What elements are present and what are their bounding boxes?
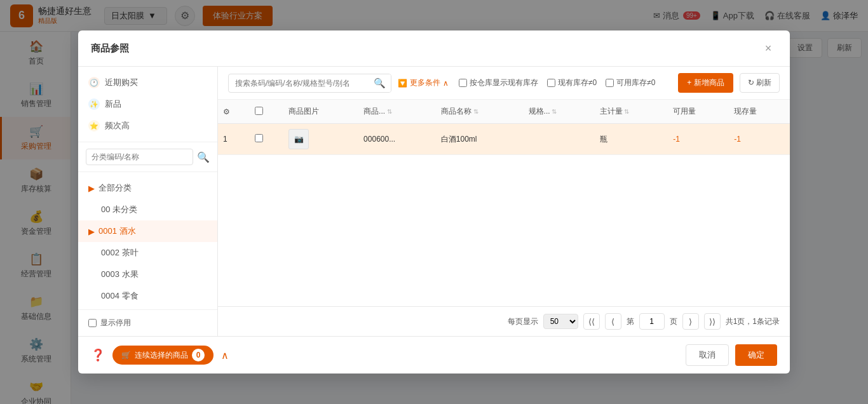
show-disabled-checkbox[interactable] — [88, 319, 97, 327]
category-label-fruit: 0003 水果 — [101, 269, 139, 280]
collapse-up-icon[interactable]: ∧ — [221, 349, 229, 361]
nonzero-stock-checkbox[interactable] — [547, 79, 555, 87]
available-nonzero-label: 可用库存≠0 — [616, 77, 655, 88]
category-unclassified[interactable]: 00 未分类 — [78, 199, 217, 220]
per-page-select[interactable]: 50 10 20 100 — [543, 314, 578, 329]
new-icon: ✨ — [88, 98, 100, 110]
row-image-cell: 📷 — [283, 124, 358, 155]
left-panel: 🕐 近期购买 ✨ 新品 ⭐ 频次高 🔍 ▶ — [78, 67, 218, 336]
row-index: 1 — [218, 124, 250, 155]
per-page-label: 每页显示 — [508, 316, 538, 327]
product-table: ⚙ 商品图片 商品... 商品名称 规格... 主计量 可用量 现存量 — [218, 100, 790, 155]
page-total: 共1页，1条记录 — [726, 316, 780, 327]
row-spec — [524, 124, 595, 155]
product-search-wrap: 🔍 — [228, 74, 391, 93]
prev-page-btn[interactable]: ⟨ — [605, 313, 621, 330]
category-label-tea: 0002 茶叶 — [101, 247, 139, 259]
modal-body: 🕐 近期购买 ✨ 新品 ⭐ 频次高 🔍 ▶ — [78, 67, 790, 336]
cart-icon: 🛒 — [121, 351, 131, 360]
col-unit[interactable]: 主计量 — [595, 100, 668, 124]
modal-title: 商品参照 — [91, 43, 129, 55]
cart-count: 0 — [192, 349, 205, 361]
nonzero-stock-checkbox-label[interactable]: 现有库存≠0 — [547, 77, 597, 88]
product-thumbnail: 📷 — [288, 129, 309, 149]
help-icon[interactable]: ❓ — [91, 348, 105, 362]
show-disabled-area: 显示停用 — [78, 309, 217, 336]
add-product-button[interactable]: + 新增商品 — [678, 73, 733, 93]
recent-icon: 🕐 — [88, 77, 100, 88]
footer-left: ❓ 🛒 连续选择的商品 0 ∧ — [91, 346, 229, 365]
warehouse-stock-checkbox[interactable] — [459, 79, 467, 87]
category-search-icon[interactable]: 🔍 — [197, 151, 210, 163]
row-checkbox-cell — [250, 124, 283, 155]
category-arrow-liquor: ▶ — [88, 227, 95, 236]
row-checkbox[interactable] — [255, 134, 263, 142]
cart-label: 连续选择的商品 — [135, 350, 188, 361]
right-panel: 🔍 🔽 更多条件 ∧ 按仓库显示现有库存 现有库存≠0 — [218, 67, 790, 336]
category-snack[interactable]: 0004 零食 — [78, 285, 217, 307]
pagination: 每页显示 50 10 20 100 ⟨⟨ ⟨ 第 页 ⟩ ⟩⟩ 共1页，1条记录 — [218, 306, 790, 336]
next-page-btn[interactable]: ⟩ — [682, 313, 699, 330]
category-search-area: 🔍 — [78, 142, 217, 172]
warehouse-stock-label: 按仓库显示现有库存 — [470, 77, 538, 88]
col-image: 商品图片 — [283, 100, 358, 124]
row-stock: -1 — [729, 124, 790, 155]
category-label-uncls: 00 未分类 — [101, 204, 137, 215]
quick-new-label: 新品 — [105, 98, 121, 110]
product-search-btn[interactable]: 🔍 — [369, 74, 391, 92]
select-all-checkbox[interactable] — [255, 107, 263, 115]
filter-label: 更多条件 — [410, 77, 440, 88]
first-page-btn[interactable]: ⟨⟨ — [583, 313, 600, 330]
table-row[interactable]: 1 📷 000600... 白酒100ml 瓶 -1 — [218, 124, 790, 155]
quick-recent-label: 近期购买 — [105, 77, 138, 88]
nonzero-stock-label: 现有库存≠0 — [558, 77, 597, 88]
modal-footer: ❓ 🛒 连续选择的商品 0 ∧ 取消 确定 — [78, 336, 790, 374]
category-fruit[interactable]: 0003 水果 — [78, 264, 217, 285]
category-all[interactable]: ▶ 全部分类 — [78, 177, 217, 199]
col-spec[interactable]: 规格... — [524, 100, 595, 124]
filter-arrow-icon: ∧ — [443, 79, 449, 88]
product-toolbar: 🔍 🔽 更多条件 ∧ 按仓库显示现有库存 现有库存≠0 — [218, 67, 790, 100]
quick-frequent-label: 频次高 — [105, 120, 130, 131]
category-label-liquor: 0001 酒水 — [98, 226, 136, 237]
page-input[interactable] — [639, 313, 665, 330]
col-settings[interactable]: ⚙ — [218, 100, 250, 124]
cart-button[interactable]: 🛒 连续选择的商品 0 — [112, 346, 214, 365]
product-search-input[interactable] — [229, 76, 369, 91]
show-disabled-label: 显示停用 — [100, 318, 131, 328]
modal-header: 商品参照 × — [78, 30, 790, 67]
confirm-button[interactable]: 确定 — [735, 344, 777, 366]
available-nonzero-checkbox[interactable] — [606, 79, 614, 87]
row-name: 白酒100ml — [436, 124, 524, 155]
filter-icon: 🔽 — [398, 79, 407, 88]
page-label: 第 — [627, 316, 634, 327]
footer-right: 取消 确定 — [686, 344, 777, 366]
row-unit: 瓶 — [595, 124, 668, 155]
category-liquor[interactable]: ▶ 0001 酒水 — [78, 220, 217, 242]
last-page-btn[interactable]: ⟩⟩ — [704, 313, 721, 330]
modal-close-button[interactable]: × — [759, 39, 777, 57]
col-checkbox — [250, 100, 283, 124]
quick-frequent[interactable]: ⭐ 频次高 — [78, 115, 217, 137]
category-label-snack: 0004 零食 — [101, 290, 139, 302]
cancel-button[interactable]: 取消 — [686, 344, 729, 366]
page-suffix: 页 — [670, 316, 677, 327]
product-reference-modal: 商品参照 × 🕐 近期购买 ✨ 新品 ⭐ 频次高 — [78, 30, 790, 374]
col-code[interactable]: 商品... — [358, 100, 436, 124]
col-name[interactable]: 商品名称 — [436, 100, 524, 124]
row-available: -1 — [668, 124, 729, 155]
warehouse-stock-checkbox-label[interactable]: 按仓库显示现有库存 — [459, 77, 538, 88]
filter-checkboxes: 按仓库显示现有库存 现有库存≠0 可用库存≠0 — [459, 77, 656, 88]
product-table-wrap: ⚙ 商品图片 商品... 商品名称 规格... 主计量 可用量 现存量 — [218, 100, 790, 306]
quick-new[interactable]: ✨ 新品 — [78, 93, 217, 115]
category-search-input[interactable] — [86, 149, 193, 165]
more-filter-btn[interactable]: 🔽 更多条件 ∧ — [398, 77, 449, 88]
col-available: 可用量 — [668, 100, 729, 124]
quick-filters: 🕐 近期购买 ✨ 新品 ⭐ 频次高 — [78, 67, 217, 142]
category-tea[interactable]: 0002 茶叶 — [78, 242, 217, 264]
available-nonzero-checkbox-label[interactable]: 可用库存≠0 — [606, 77, 655, 88]
category-arrow-all: ▶ — [88, 184, 95, 193]
category-tree: ▶ 全部分类 00 未分类 ▶ 0001 酒水 0002 茶叶 000 — [78, 172, 217, 309]
quick-recent[interactable]: 🕐 近期购买 — [78, 72, 217, 93]
refresh-product-button[interactable]: ↻ 刷新 — [740, 73, 780, 93]
